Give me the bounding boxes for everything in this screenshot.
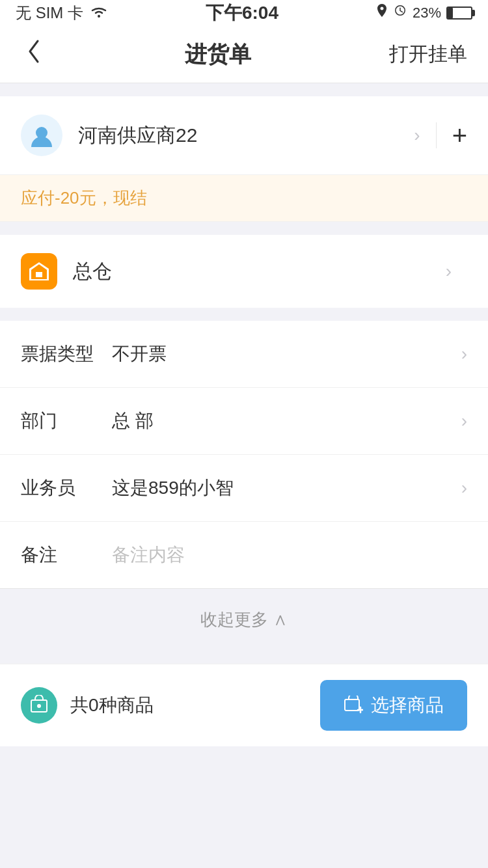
warehouse-name: 总仓 — [73, 258, 446, 285]
invoice-type-chevron-icon: › — [461, 344, 467, 364]
section-gap-1 — [0, 83, 488, 96]
department-row[interactable]: 部门 总 部 › — [0, 387, 488, 454]
product-bar: 共0种商品 选择商品 — [0, 664, 488, 746]
remark-row[interactable]: 备注 备注内容 — [0, 521, 488, 588]
battery-icon — [446, 7, 472, 20]
supplier-avatar — [21, 115, 62, 156]
back-button[interactable] — [21, 33, 47, 75]
svg-rect-4 — [345, 699, 359, 711]
warehouse-section: 总仓 › — [0, 235, 488, 308]
status-left: 无 SIM 卡 — [16, 3, 108, 23]
supplier-chevron-icon: › — [414, 125, 420, 146]
warehouse-row[interactable]: 总仓 › — [0, 235, 488, 308]
open-pending-button[interactable]: 打开挂单 — [389, 41, 467, 68]
select-product-label: 选择商品 — [371, 693, 444, 718]
remark-placeholder: 备注内容 — [99, 543, 467, 567]
collapse-bar[interactable]: 收起更多 ∧ — [0, 588, 488, 651]
section-gap-2 — [0, 222, 488, 235]
status-bar: 无 SIM 卡 下午6:04 23% — [0, 0, 488, 26]
supplier-section: 河南供应商22 › + 应付-20元，现结 — [0, 96, 488, 222]
salesperson-label: 业务员 — [21, 476, 99, 500]
salesperson-row[interactable]: 业务员 这是859的小智 › — [0, 454, 488, 521]
page-title: 进货单 — [185, 40, 251, 70]
remark-label: 备注 — [21, 543, 99, 567]
notice-text: 应付-20元，现结 — [21, 188, 147, 208]
nav-bar: 进货单 打开挂单 — [0, 26, 488, 83]
notice-bar: 应付-20元，现结 — [0, 175, 488, 222]
svg-point-0 — [98, 15, 100, 18]
department-value: 总 部 — [99, 409, 461, 433]
salesperson-value: 这是859的小智 — [99, 476, 461, 500]
product-count: 共0种商品 — [70, 693, 320, 718]
product-icon — [21, 687, 57, 724]
invoice-type-label: 票据类型 — [21, 342, 99, 366]
carrier-label: 无 SIM 卡 — [16, 3, 83, 23]
location-icon — [376, 4, 388, 22]
add-supplier-button[interactable]: + — [436, 122, 467, 148]
salesperson-chevron-icon: › — [461, 478, 467, 498]
invoice-type-value: 不开票 — [99, 342, 461, 366]
warehouse-chevron-icon: › — [446, 261, 452, 282]
wifi-icon — [90, 4, 108, 22]
collapse-label: 收起更多 ∧ — [200, 610, 287, 629]
battery-percent: 23% — [413, 5, 441, 21]
select-product-button[interactable]: 选择商品 — [320, 680, 467, 731]
department-label: 部门 — [21, 409, 99, 433]
invoice-type-row[interactable]: 票据类型 不开票 › — [0, 321, 488, 387]
warehouse-icon — [21, 253, 57, 290]
alarm-icon — [393, 4, 407, 22]
fields-section: 票据类型 不开票 › 部门 总 部 › 业务员 这是859的小智 › 备注 备注… — [0, 321, 488, 651]
department-chevron-icon: › — [461, 411, 467, 431]
svg-point-3 — [37, 704, 41, 708]
supplier-name: 河南供应商22 — [78, 122, 414, 149]
section-gap-3 — [0, 308, 488, 321]
select-product-icon — [344, 696, 363, 715]
status-time: 下午6:04 — [206, 1, 278, 25]
supplier-row[interactable]: 河南供应商22 › + — [0, 96, 488, 175]
status-right: 23% — [376, 4, 472, 22]
